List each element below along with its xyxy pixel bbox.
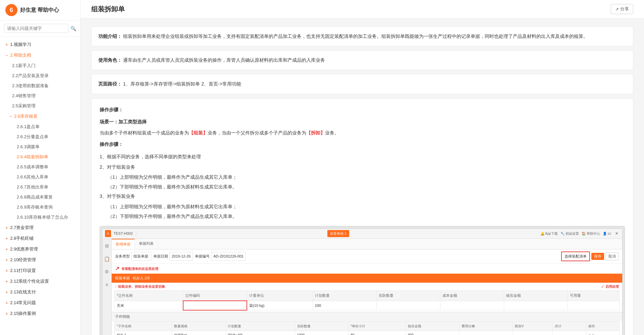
sidebar-item-label: 2.8手机旺铺 <box>10 235 34 241</box>
scene1-title: 场景一：加工类型选择 <box>100 117 625 126</box>
ops-steps-title: 操作步骤： <box>100 140 625 149</box>
mock-lower-header: 子件明细 <box>112 312 622 321</box>
mock-field-id-label: 单据编号 <box>195 253 210 260</box>
share-button[interactable]: ↗ 分享 <box>611 4 633 14</box>
expand-icon: + <box>5 311 8 316</box>
role-section: 使用角色： 通常由生产人员或库管人员完成拆装业务的操作，库管人员确认原材料的出库… <box>91 50 633 70</box>
sidebar-item-payment[interactable]: + 2.13在线支付 <box>0 287 80 297</box>
mock-side-icon-home: ⊞ <box>105 241 109 250</box>
expand-icon: + <box>5 246 8 252</box>
app-logo-text: 好生意 帮助中心 <box>20 7 59 14</box>
sidebar-item-faq[interactable]: + 2.14常见问题 <box>0 297 80 308</box>
mock-logo: 6 <box>105 230 111 237</box>
mock-cell-cost <box>440 301 504 310</box>
mock-id-input[interactable]: AD-20191226-001 <box>211 252 246 261</box>
sidebar-item-newuser[interactable]: 2.1新手入门 <box>0 61 80 71</box>
sidebar: 6 好生意 帮助中心 🔍 + 1.视频学习 − 2.帮助文档 2.1新手入门 2… <box>0 0 80 335</box>
collapse-icon: − <box>5 53 8 58</box>
sidebar-item-sales[interactable]: 2.4销售管理 <box>0 91 80 101</box>
ops-title: 操作步骤： <box>100 105 625 114</box>
sidebar-item-mobile[interactable]: + 2.8手机旺铺 <box>0 233 80 244</box>
search-icon[interactable]: 🔍 <box>70 26 76 31</box>
mock-row-copy-icon[interactable]: ⊕ <box>588 333 591 335</box>
mock-cell-planqty: 100 <box>313 301 376 310</box>
collapse-icon: − <box>9 114 12 119</box>
mock-lower-col-ops: 操作 <box>586 321 619 331</box>
mock-col-cost: 成本金额 <box>440 291 504 301</box>
sidebar-item-assembly[interactable]: 2.6.4组装拆卸单 <box>0 152 80 162</box>
mock-row-del-icon[interactable]: ⊗ <box>592 333 594 335</box>
mock-type-input[interactable]: 组装单据 <box>131 252 151 261</box>
step-2-2: （2）下部明细为子件明细，最终作为原材料生成其它出库单。 <box>100 182 625 191</box>
annotation-assembly-text: ↗ 有装配清单的在这里处理 <box>112 264 622 274</box>
sidebar-header: 6 好生意 帮助中心 <box>0 0 80 20</box>
path-text: 1、库存核算->库存管理->组装拆卸单 2、首页->常用功能 <box>123 81 241 87</box>
mock-preorder-btn[interactable]: 前置单据-1 <box>327 230 349 237</box>
sidebar-item-customize[interactable]: + 2.12系统个性化设置 <box>0 276 80 287</box>
mock-date-input[interactable]: 2019-12-26 <box>169 252 193 261</box>
mock-lower-col-actualqty: 实际数量 <box>295 321 348 331</box>
annotation-enable-text: ↙ 启用处理 <box>601 283 619 290</box>
app-logo-icon: 6 <box>5 4 17 16</box>
sidebar-item-dataprepare[interactable]: 2.3使用前数据准备 <box>0 81 80 91</box>
mock-cell-unit: 袋(10 kg) <box>247 301 313 310</box>
mock-subtoolbar-count: 初步入 2/6 <box>132 275 150 282</box>
mock-cancel-btn[interactable]: 取消 <box>605 253 619 260</box>
sidebar-item-other-in[interactable]: 2.6.6其他入库单 <box>0 172 80 182</box>
step-3-2: （2）下部明细为子件明细，最终作为产成品生成其它入库单。 <box>100 212 625 221</box>
sidebar-item-label: 2.帮助文档 <box>10 52 31 58</box>
sidebar-item-purchase[interactable]: 2.5采购管理 <box>0 101 80 111</box>
mock-tab-new[interactable]: 新增单据 <box>112 239 135 249</box>
sidebar-item-coupon[interactable]: + 2.9优惠券管理 <box>0 244 80 255</box>
sidebar-item-video[interactable]: + 1.视频学习 <box>0 39 80 50</box>
mock-lower-col-verified: 核实金额 <box>406 321 459 331</box>
mock-company-id: TEST-H002 <box>114 230 133 237</box>
sidebar-item-label: 2.14常见问题 <box>10 300 36 306</box>
main-area: 组装拆卸单 ↗ 分享 功能介绍： 组装拆卸单用来处理企业组装或拆卸等加工业务，支… <box>80 0 644 335</box>
mock-side-icon-list: ≡ <box>105 280 108 289</box>
mock-field-date-label: 单据日期 <box>153 253 168 260</box>
sidebar-item-operations[interactable]: + 2.10经营管理 <box>0 255 80 265</box>
sidebar-item-cost-adj[interactable]: 2.6.5成本调整单 <box>0 162 80 172</box>
expand-icon: + <box>5 236 8 241</box>
scene1-desc-text: 当由多个子件材料组装成一个成品的业务为【组装】业务，当由一个父件拆分成多个子产品… <box>100 130 339 135</box>
sidebar-item-cases[interactable]: + 2.15操作案例 <box>0 308 80 319</box>
mock-assembly-list-btn[interactable]: 选择装配清单 <box>561 252 590 261</box>
mock-lower-col-vat: 附加V <box>513 321 553 331</box>
mock-col-plan-qty: 计划数量 <box>313 291 376 301</box>
mock-col-unit: 计量单位 <box>247 291 313 301</box>
sidebar-item-label: 2.15操作案例 <box>10 311 36 317</box>
sidebar-item-transfer[interactable]: 2.6.3调拨单 <box>0 142 80 152</box>
mock-cell-code <box>183 301 247 310</box>
sidebar-item-print[interactable]: + 2.11打印设置 <box>0 265 80 276</box>
mock-topbar: 6 TEST-H002 | 前置单据-1 🔔 App下载 🔧 初始设置 🏠 帮助… <box>102 229 622 239</box>
sidebar-item-inventory[interactable]: − 2.6库存核算 <box>0 111 80 122</box>
mock-topbar-right: 🔔 App下载 🔧 初始设置 🏠 帮助中心 👤 cc <box>540 230 611 237</box>
steps-section: 操作步骤： 场景一：加工类型选择 当由多个子件材料组装成一个成品的业务为【组装】… <box>91 98 633 335</box>
mock-cell-actualqty <box>376 301 440 310</box>
sidebar-item-inv-fix[interactable]: 2.6.10库存账本错了怎么办 <box>0 212 80 222</box>
sidebar-item-inv-ledger[interactable]: 2.6.9库存账本查询 <box>0 202 80 212</box>
sidebar-item-other-out[interactable]: 2.6.7其他出库单 <box>0 182 80 192</box>
sidebar-item-install[interactable]: 2.2产品安装及登录 <box>0 71 80 81</box>
mock-upper-table-area: *父件名称 父件编码 计量单位 计划数量 实际数量 成本金额 核实金额 <box>112 290 622 312</box>
path-label: 页面路径： <box>98 81 122 87</box>
sidebar-item-stocktake[interactable]: 2.6.1盘点单 <box>0 122 80 132</box>
mock-confirm-btn[interactable]: 保存 <box>591 253 604 260</box>
step-2: 2、对于组装业务 <box>100 163 625 172</box>
mock-close-icon[interactable]: ✕ <box>614 230 620 237</box>
sidebar-item-label: 2.11打印设置 <box>10 268 36 274</box>
mock-cell-actualcost <box>504 301 568 310</box>
expand-icon: + <box>5 268 8 273</box>
sidebar-item-partial-stocktake[interactable]: 2.6.2分量盘点单 <box>0 132 80 142</box>
sidebar-item-finance[interactable]: + 2.7资金管理 <box>0 222 80 233</box>
sidebar-item-label: 2.10经营管理 <box>10 257 36 263</box>
mock-col-available: 可用量 <box>568 291 620 301</box>
mock-tab-list[interactable]: 单据列表 <box>135 239 158 249</box>
table-row: 稻谷 1 袋(50kg) 20(克+40) 1000 80 900 <box>115 331 620 335</box>
sidebar-item-help-docs[interactable]: − 2.帮助文档 <box>0 50 80 61</box>
path-section: 页面路径： 1、库存核算->库存管理->组装拆卸单 2、首页->常用功能 <box>91 74 633 94</box>
sidebar-item-cost-reset[interactable]: 2.6.8商品成本重算 <box>0 192 80 202</box>
mock-lower-col-total: 共计 <box>553 321 586 331</box>
search-input[interactable] <box>4 24 68 33</box>
